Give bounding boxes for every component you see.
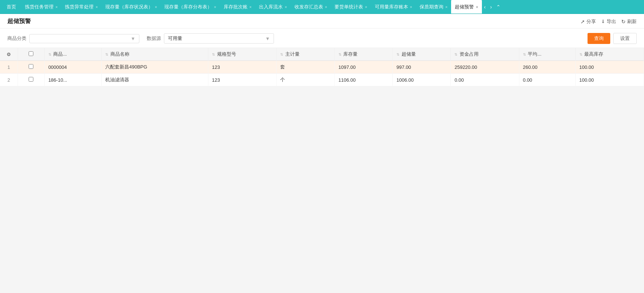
column-capital[interactable]: ⇅ 资金占用 bbox=[451, 48, 519, 61]
page-header: 超储预警 ➚ 分享 ⇓ 导出 ↻ 刷新 bbox=[0, 14, 644, 29]
row-max-stock: 100.00 bbox=[575, 74, 644, 86]
sort-icon: ⇅ bbox=[396, 52, 399, 56]
data-table: ⚙ ⇅ 商品... ⇅ 商品名称 ⇅ 规格型号 ⇅ bbox=[0, 48, 644, 86]
tab-home[interactable]: 首页 bbox=[1, 0, 21, 14]
row-product-code: 186-10... bbox=[44, 74, 102, 86]
row-spec: 123 bbox=[208, 61, 276, 74]
tab-order-stats[interactable]: 要货单统计表 × bbox=[331, 0, 371, 14]
column-avg[interactable]: ⇅ 平均... bbox=[519, 48, 575, 61]
tab-quality-period[interactable]: 保质期查询 × bbox=[416, 0, 451, 14]
close-icon[interactable]: × bbox=[214, 5, 216, 9]
row-capital: 259220.00 bbox=[451, 61, 519, 74]
row-avg: 260.00 bbox=[519, 61, 575, 74]
nav-expand-arrow[interactable]: ⌃ bbox=[494, 4, 503, 10]
settings-button[interactable]: 设置 bbox=[613, 33, 637, 44]
nav-right-arrow[interactable]: › bbox=[488, 4, 494, 10]
tab-stock-distribution[interactable]: 现存量（库存分布表） × bbox=[161, 0, 220, 14]
header-actions: ➚ 分享 ⇓ 导出 ↻ 刷新 bbox=[581, 18, 637, 25]
sort-icon: ⇅ bbox=[339, 52, 341, 56]
tab-task-management[interactable]: 拣货任务管理 × bbox=[21, 0, 61, 14]
column-overstock[interactable]: ⇅ 超储量 bbox=[393, 48, 451, 61]
export-icon: ⇓ bbox=[601, 19, 605, 24]
table-row: 2 186-10... 机油滤清器 123 个 1106.00 1006.00 … bbox=[0, 74, 644, 86]
select-all-checkbox[interactable] bbox=[29, 51, 33, 56]
category-select[interactable]: ▼ bbox=[29, 34, 139, 43]
row-num-cell: 2 bbox=[0, 74, 18, 86]
row-product-code: 0000004 bbox=[44, 61, 102, 74]
row-checkbox-cell[interactable] bbox=[18, 61, 44, 74]
row-unit: 套 bbox=[277, 61, 334, 74]
page-title: 超储预警 bbox=[7, 18, 31, 25]
close-icon[interactable]: × bbox=[285, 5, 287, 9]
sort-icon: ⇅ bbox=[48, 52, 51, 56]
sort-icon: ⇅ bbox=[212, 52, 215, 56]
sort-icon: ⇅ bbox=[105, 52, 108, 56]
row-stock: 1106.00 bbox=[334, 74, 392, 86]
sort-icon: ⇅ bbox=[579, 52, 582, 56]
row-unit: 个 bbox=[277, 74, 334, 86]
sort-icon: ⇅ bbox=[523, 52, 526, 56]
row-capital: 0.00 bbox=[451, 74, 519, 86]
query-button[interactable]: 查询 bbox=[588, 33, 610, 44]
close-icon[interactable]: × bbox=[325, 5, 327, 9]
tab-exception-handling[interactable]: 拣货异常处理 × bbox=[61, 0, 101, 14]
column-stock[interactable]: ⇅ 库存量 bbox=[334, 48, 392, 61]
tab-overstock-warning[interactable]: 超储预警 × bbox=[451, 0, 482, 14]
row-overstock: 1006.00 bbox=[393, 74, 451, 86]
row-spec: 123 bbox=[208, 74, 276, 86]
column-product-code[interactable]: ⇅ 商品... bbox=[44, 48, 102, 61]
share-action[interactable]: ➚ 分享 bbox=[581, 18, 596, 25]
tab-stock-status[interactable]: 现存量（库存状况表） × bbox=[102, 0, 161, 14]
topbar: 首页 拣货任务管理 × 拣货异常处理 × 现存量（库存状况表） × 现存量（库存… bbox=[0, 0, 644, 14]
category-label: 商品分类 bbox=[7, 35, 26, 42]
filter-row: 商品分类 ▼ 数据源 可用量 ▼ 查询 设置 bbox=[0, 29, 644, 48]
share-icon: ➚ bbox=[581, 19, 585, 25]
close-icon[interactable]: × bbox=[365, 5, 367, 9]
column-product-name[interactable]: ⇅ 商品名称 bbox=[102, 48, 208, 61]
category-filter: 商品分类 ▼ bbox=[7, 34, 139, 43]
column-checkbox[interactable] bbox=[18, 48, 44, 61]
close-icon[interactable]: × bbox=[249, 5, 252, 9]
tab-summary[interactable]: 收发存汇总表 × bbox=[291, 0, 331, 14]
row-checkbox[interactable] bbox=[29, 64, 33, 69]
table-row: 1 0000004 六配套新昌490BPG 123 套 1097.00 997.… bbox=[0, 61, 644, 74]
column-max-stock[interactable]: ⇅ 最高库存 bbox=[575, 48, 644, 61]
close-icon[interactable]: × bbox=[55, 5, 58, 9]
column-spec[interactable]: ⇅ 规格型号 bbox=[208, 48, 276, 61]
close-icon[interactable]: × bbox=[445, 5, 447, 9]
row-stock: 1097.00 bbox=[334, 61, 392, 74]
tab-available-stock[interactable]: 可用量库存账本 × bbox=[371, 0, 416, 14]
refresh-icon: ↻ bbox=[621, 19, 626, 25]
row-overstock: 997.00 bbox=[393, 61, 451, 74]
chevron-down-icon: ▼ bbox=[131, 36, 135, 41]
column-unit[interactable]: ⇅ 主计量 bbox=[277, 48, 334, 61]
row-product-name: 六配套新昌490BPG bbox=[102, 61, 208, 74]
row-num-cell: 1 bbox=[0, 61, 18, 74]
sort-icon: ⇅ bbox=[280, 52, 283, 56]
column-settings-icon[interactable]: ⚙ bbox=[0, 48, 18, 61]
datasource-select-value: 可用量 bbox=[168, 35, 182, 42]
table-header-row: ⚙ ⇅ 商品... ⇅ 商品名称 ⇅ 规格型号 ⇅ bbox=[0, 48, 644, 61]
row-checkbox-cell[interactable] bbox=[18, 74, 44, 86]
close-icon[interactable]: × bbox=[476, 5, 478, 9]
filter-buttons: 查询 设置 bbox=[588, 33, 637, 44]
chevron-down-icon: ▼ bbox=[265, 36, 270, 41]
close-icon[interactable]: × bbox=[95, 5, 98, 9]
row-avg: 0.00 bbox=[519, 74, 575, 86]
nav-left-arrow[interactable]: ‹ bbox=[482, 4, 488, 10]
data-table-wrapper: ⚙ ⇅ 商品... ⇅ 商品名称 ⇅ 规格型号 ⇅ bbox=[0, 48, 644, 86]
datasource-filter: 数据源 可用量 ▼ bbox=[147, 33, 274, 44]
close-icon[interactable]: × bbox=[155, 5, 157, 9]
row-checkbox[interactable] bbox=[29, 77, 33, 82]
datasource-select[interactable]: 可用量 ▼ bbox=[164, 33, 274, 44]
refresh-action[interactable]: ↻ 刷新 bbox=[621, 18, 637, 25]
row-max-stock: 100.00 bbox=[575, 61, 644, 74]
row-product-name: 机油滤清器 bbox=[102, 74, 208, 86]
tab-flow[interactable]: 出入库流水 × bbox=[255, 0, 290, 14]
export-action[interactable]: ⇓ 导出 bbox=[601, 18, 616, 25]
datasource-label: 数据源 bbox=[147, 35, 161, 42]
tab-batch-account[interactable]: 库存批次账 × bbox=[220, 0, 255, 14]
close-icon[interactable]: × bbox=[410, 5, 412, 9]
sort-icon: ⇅ bbox=[454, 52, 457, 56]
gear-icon: ⚙ bbox=[7, 52, 11, 57]
